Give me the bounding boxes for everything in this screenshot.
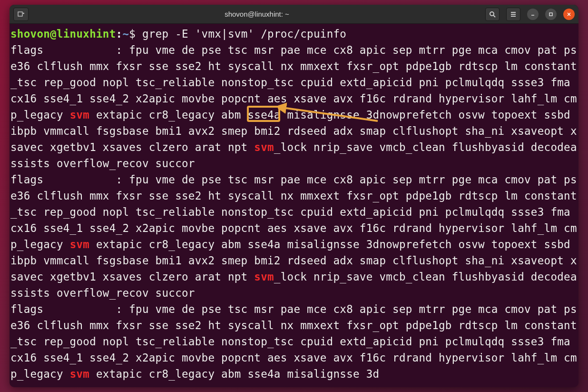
- terminal-body[interactable]: shovon@linuxhint:~$ grep -E 'vmx|svm' /p…: [10, 24, 578, 387]
- match-svm: svm: [254, 141, 274, 153]
- search-button[interactable]: [485, 8, 500, 21]
- maximize-button[interactable]: [545, 9, 557, 20]
- menu-button[interactable]: [506, 8, 520, 21]
- svg-point-1: [490, 12, 494, 16]
- window-title: shovon@linuxhint: ~: [29, 10, 485, 18]
- match-svm: svm: [254, 271, 274, 283]
- new-tab-icon: [17, 10, 25, 18]
- match-svm: svm: [70, 109, 90, 121]
- prompt-colon: :: [116, 28, 123, 40]
- minimize-button[interactable]: [527, 9, 539, 20]
- search-icon: [489, 11, 496, 18]
- titlebar: shovon@linuxhint: ~: [10, 5, 578, 24]
- minimize-icon: [530, 11, 536, 17]
- prompt-user-host: shovon@linuxhint: [10, 28, 116, 40]
- match-svm: svm: [70, 368, 90, 380]
- hamburger-icon: [510, 11, 517, 18]
- output-line: extapic cr8_legacy abm sse4a misalignsse…: [89, 368, 379, 380]
- close-button[interactable]: [563, 9, 575, 20]
- new-tab-button[interactable]: [13, 8, 29, 21]
- window-controls: [485, 8, 575, 21]
- terminal-window: shovon@linuxhint: ~ shovon@li: [10, 5, 578, 387]
- svg-rect-2: [549, 13, 552, 16]
- prompt-path: ~: [122, 28, 129, 40]
- match-svm: svm: [70, 238, 90, 251]
- close-icon: [566, 11, 572, 17]
- svg-rect-0: [18, 12, 22, 16]
- command-text: grep -E 'vmx|svm' /proc/cpuinfo: [136, 28, 346, 40]
- prompt-dollar: $: [129, 28, 136, 40]
- maximize-icon: [548, 11, 554, 17]
